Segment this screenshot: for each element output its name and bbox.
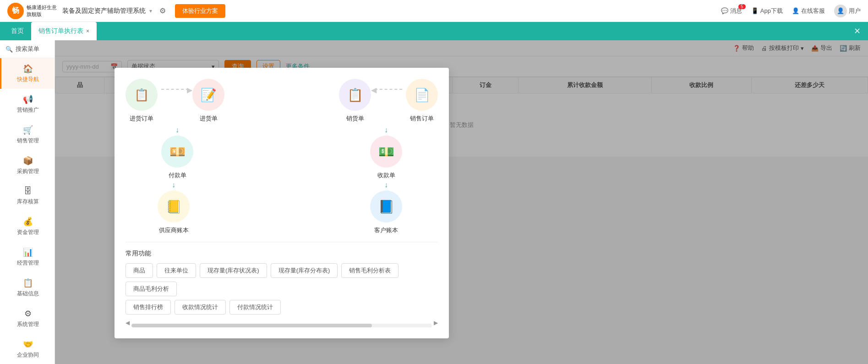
scroll-thumb [131,324,372,327]
system-icon: ⚙ [24,309,32,319]
sales-order-circle: 📄 [406,79,438,111]
tab-close-icon[interactable]: × [86,28,89,34]
search-icon: 🔍 [5,46,13,53]
customer-ledger-label: 客户账本 [374,226,398,234]
system-title-area: 装备及固定资产辅助管理系统 ▾ ⚙ 体验行业方案 [62,4,721,18]
sidebar-item-sales[interactable]: 🛒 销售管理 [0,120,55,150]
func-btn-partner[interactable]: 往来单位 [157,263,196,278]
logo-text: 畅康通好生意 旗舰版 [27,4,57,17]
avatar: 👤 [834,5,847,17]
receipt-label: 收款单 [377,171,395,179]
arrow-down-receipt: ↓ [384,126,388,134]
trial-button[interactable]: 体验行业方案 [175,4,225,18]
enterprise-icon: 🤝 [23,339,33,349]
func-btn-payment-stats[interactable]: 付款情况统计 [229,300,281,315]
arrow-down-supplier: ↓ [172,181,175,189]
search-menu[interactable]: 🔍 搜索菜单 [0,40,55,58]
arrow-down-payment: ↓ [175,126,179,134]
tab-bar-close-icon[interactable]: ✕ [850,26,864,36]
func-btn-stock-dist[interactable]: 现存量(库存分布表) [271,263,338,278]
scroll-bar[interactable] [131,324,432,327]
arrow-salesbill-to-salesorder: ◀ [371,89,406,90]
down-col-payment: ↓ 💴 付款单 [161,126,193,179]
sales-bill-circle: 📋 [339,79,371,111]
purchase-bill-label: 进货单 [200,114,218,123]
sales-icon: 🛒 [23,125,33,135]
func-btn-product-profit[interactable]: 商品毛利分析 [126,282,177,296]
download-icon: 📱 [751,7,759,14]
flow-node-sales-order: 📄 销售订单 [406,79,438,123]
purchase-icon: 📦 [23,156,33,166]
purchase-order-label: 进货订单 [130,114,153,123]
online-service-button[interactable]: 👤 在线客服 [792,7,825,15]
receipt-circle: 💵 [370,136,402,168]
message-icon: 💬 [721,7,728,14]
down-col-receipt: ↓ 💵 收款单 [370,126,402,179]
down-col-customer: ↓ 📘 客户账本 [370,181,402,234]
payment-circle: 💴 [161,136,193,168]
user-menu[interactable]: 👤 用户 [834,5,861,17]
func-btn-product[interactable]: 商品 [126,263,153,278]
common-functions-title: 常用功能 [126,250,438,258]
logo-icon: 畅 [7,3,24,19]
scroll-right-icon[interactable]: ▶ [434,320,438,326]
func-buttons: 商品 往来单位 现存量(库存状况表) 现存量(库存分布表) 销售毛利分析表 商品… [126,263,438,296]
scroll-row: ◀ ▶ [126,318,438,327]
tab-bar: 首页 销售订单执行表 × ✕ [0,22,868,40]
func-btn-stock-status[interactable]: 现存量(库存状况表) [200,263,267,278]
modal-box: 📋 进货订单 ▶ 📝 进货 [115,68,449,338]
gear-icon[interactable]: ⚙ [159,6,166,15]
system-title: 装备及固定资产辅助管理系统 [62,7,146,15]
app-download-button[interactable]: 📱 App下载 [751,7,783,15]
common-functions: 常用功能 商品 往来单位 现存量(库存状况表) 现存量(库存分布表) 销售毛利分… [126,242,438,315]
flow-node-receipt: 💵 收款单 [370,136,402,179]
sidebar-item-operations[interactable]: 📊 经营管理 [0,242,55,272]
basic-info-icon: 📋 [23,278,33,288]
arrow-down-customer: ↓ [384,181,388,189]
flow-node-customer-ledger: 📘 客户账本 [370,190,402,234]
sidebar-item-marketing[interactable]: 📢 营销推广 [0,89,55,120]
down-col-supplier: ↓ 📒 供应商账本 [158,181,190,234]
sidebar-item-inventory[interactable]: 🗄 库存核算 [0,181,55,211]
top-header: 畅 畅康通好生意 旗舰版 装备及固定资产辅助管理系统 ▾ ⚙ 体验行业方案 💬 … [0,0,868,22]
sidebar-item-enterprise[interactable]: 🤝 企业协同 [0,334,55,364]
dropdown-arrow-icon[interactable]: ▾ [149,8,152,14]
flow-row-3: ↓ 📒 供应商账本 ↓ 📘 [126,181,438,234]
marketing-icon: 📢 [23,94,33,104]
finance-icon: 💰 [23,217,33,227]
flow-row-2: ↓ 💴 付款单 ↓ � [126,126,438,179]
supplier-ledger-label: 供应商账本 [159,226,189,234]
home-icon: 🏠 [23,64,33,74]
func-btn-sales-ranking[interactable]: 销售排行榜 [126,300,171,315]
purchase-order-circle: 📋 [126,79,158,111]
sidebar-item-basic-info[interactable]: 📋 基础信息 [0,272,55,303]
sidebar-item-system[interactable]: ⚙ 系统管理 [0,303,55,334]
message-badge: 5 [738,4,746,9]
scroll-left-icon[interactable]: ◀ [126,320,130,326]
flow-node-purchase-order: 📋 进货订单 [126,79,158,123]
customer-ledger-circle: 📘 [370,190,402,223]
arrow-purchase-to-bill: ▶ [158,89,192,90]
tab-home[interactable]: 首页 [4,22,31,40]
supplier-ledger-circle: 📒 [158,190,190,223]
sales-bill-label: 销货单 [346,114,364,123]
message-button[interactable]: 💬 消息 5 [721,7,742,15]
payment-label: 付款单 [169,171,186,179]
flow-node-purchase-bill: 📝 进货单 [192,79,224,123]
flow-node-supplier-ledger: 📒 供应商账本 [158,190,190,234]
tab-sales-order[interactable]: 销售订单执行表 × [31,22,97,40]
sidebar-item-finance[interactable]: 💰 资金管理 [0,211,55,242]
purchase-bill-circle: 📝 [192,79,224,111]
modal-overlay[interactable]: 📋 进货订单 ▶ 📝 进货 [55,40,868,364]
func-btn-sales-profit[interactable]: 销售毛利分析表 [341,263,399,278]
sidebar-item-quick-nav[interactable]: 🏠 快捷导航 [0,58,55,89]
main-layout: 🔍 搜索菜单 🏠 快捷导航 📢 营销推广 🛒 销售管理 📦 采购管理 🗄 库存核… [0,40,868,364]
sidebar-item-purchase[interactable]: 📦 采购管理 [0,150,55,181]
content-area: ❓ 帮助 🖨 按模板打印 ▾ 📤 导出 🔄 刷新 yyyy-mm-dd 📅 [55,40,868,364]
sidebar: 🔍 搜索菜单 🏠 快捷导航 📢 营销推广 🛒 销售管理 📦 采购管理 🗄 库存核… [0,40,55,364]
sales-order-label: 销售订单 [410,114,434,123]
flow-row-1: 📋 进货订单 ▶ 📝 进货 [126,79,438,123]
logo-area: 畅 畅康通好生意 旗舰版 [7,3,62,19]
func-btn-receipt-stats[interactable]: 收款情况统计 [175,300,226,315]
header-right: 💬 消息 5 📱 App下载 👤 在线客服 👤 用户 [721,5,861,17]
